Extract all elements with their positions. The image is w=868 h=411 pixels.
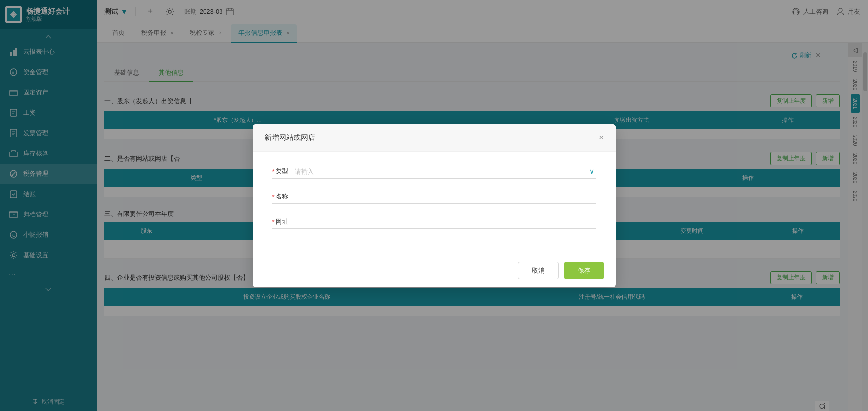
url-required-mark: *: [272, 218, 275, 226]
type-field: * 类型 ∨: [272, 165, 596, 179]
modal-close-button[interactable]: ×: [599, 133, 604, 142]
type-input-wrap: * 类型 ∨: [272, 165, 596, 179]
type-label: 类型: [276, 167, 288, 176]
cancel-button[interactable]: 取消: [518, 262, 559, 279]
name-input-wrap: * 名称: [272, 190, 596, 204]
type-input[interactable]: [294, 165, 596, 178]
modal-overlay[interactable]: 新增网站或网店 × * 类型 ∨ * 名称: [0, 0, 868, 411]
modal-footer: 取消 保存: [253, 254, 616, 287]
name-label: 名称: [276, 192, 288, 201]
type-required-mark: *: [272, 168, 275, 175]
add-website-modal: 新增网站或网店 × * 类型 ∨ * 名称: [253, 124, 616, 287]
url-input[interactable]: [294, 215, 596, 228]
url-label: 网址: [276, 217, 288, 226]
modal-body: * 类型 ∨ * 名称 * 网址: [253, 152, 616, 254]
modal-header: 新增网站或网店 ×: [253, 124, 616, 152]
url-input-wrap: * 网址: [272, 215, 596, 229]
modal-title: 新增网站或网店: [265, 133, 315, 142]
type-dropdown-icon[interactable]: ∨: [589, 167, 594, 175]
name-required-mark: *: [272, 193, 275, 200]
url-field: * 网址: [272, 215, 596, 229]
save-button[interactable]: 保存: [564, 262, 604, 279]
name-field: * 名称: [272, 190, 596, 204]
name-input[interactable]: [294, 190, 596, 203]
